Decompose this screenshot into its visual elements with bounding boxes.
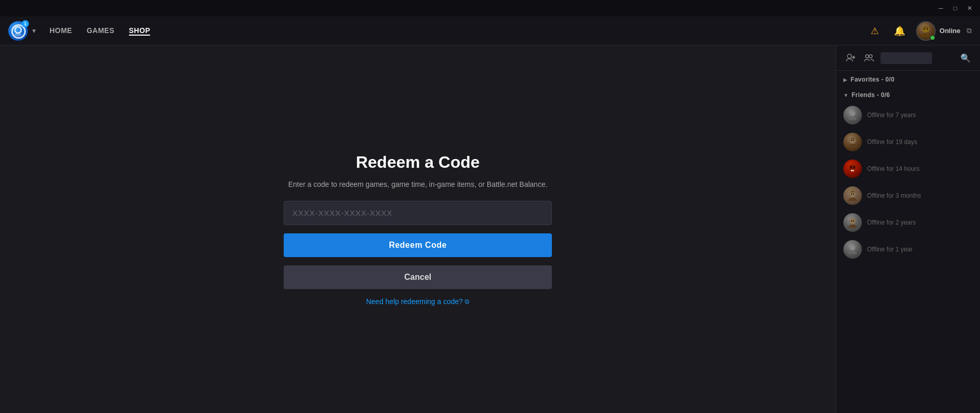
friends-section-header[interactable]: ▼ Friends - 0/6	[836, 86, 980, 102]
avatar	[843, 186, 862, 205]
list-item[interactable]: Offline for 3 months	[836, 182, 980, 209]
user-profile[interactable]: Online ⧉	[916, 21, 972, 41]
content-area: Redeem a Code Enter a code to redeem gam…	[0, 45, 836, 413]
svg-point-3	[923, 28, 925, 29]
friend-status: Offline for 14 hours	[867, 165, 920, 172]
svg-rect-18	[853, 170, 854, 171]
external-link-icon: ⧉	[967, 26, 972, 35]
svg-point-5	[847, 54, 852, 58]
list-item[interactable]: Offline for 2 years	[836, 209, 980, 236]
svg-point-25	[850, 245, 855, 250]
avatar	[843, 213, 862, 232]
friends-chevron-icon: ▼	[843, 92, 848, 98]
redeem-title: Redeem a Code	[356, 153, 480, 172]
maximize-button[interactable]: □	[949, 2, 961, 14]
svg-rect-17	[851, 170, 852, 171]
list-item[interactable]: Offline for 19 days	[836, 129, 980, 155]
avatar	[843, 240, 862, 259]
cancel-button[interactable]: Cancel	[284, 265, 552, 289]
svg-point-10	[850, 111, 855, 116]
friend-status: Offline for 1 year	[867, 246, 913, 253]
svg-point-20	[851, 194, 852, 195]
list-item[interactable]: Offline for 14 hours	[836, 155, 980, 182]
avatar	[843, 106, 862, 124]
avatar	[843, 133, 862, 151]
friend-status: Offline for 7 years	[867, 112, 916, 119]
nav-links: HOME GAMES SHOP	[50, 26, 867, 36]
svg-point-13	[853, 140, 854, 141]
nav-home[interactable]: HOME	[50, 26, 72, 36]
nav-shop[interactable]: SHOP	[129, 26, 151, 36]
sidebar-search-input[interactable]	[880, 52, 932, 64]
help-link[interactable]: Need help redeeming a code? ⧉	[366, 297, 470, 306]
svg-point-9	[869, 55, 872, 58]
svg-point-24	[853, 220, 854, 221]
svg-point-15	[850, 166, 852, 169]
minimize-button[interactable]: ─	[935, 2, 947, 14]
list-item[interactable]: Offline for 7 years	[836, 102, 980, 129]
sidebar-search-button[interactable]: 🔍	[958, 51, 973, 65]
svg-point-1	[14, 33, 22, 36]
user-status-label: Online	[940, 27, 960, 35]
add-friend-button[interactable]	[843, 51, 858, 65]
nav-right: ⚠ 🔔 Online ⧉	[867, 21, 972, 41]
svg-point-4	[926, 28, 928, 29]
redeem-button[interactable]: Redeem Code	[284, 233, 552, 257]
logo-chevron-icon: ▼	[31, 27, 37, 35]
notification-icon[interactable]: 🔔	[891, 23, 908, 39]
favorites-section-label: Favorites - 0/0	[851, 76, 894, 83]
list-item[interactable]: Offline for 1 year	[836, 236, 980, 263]
svg-point-0	[15, 27, 21, 33]
main-layout: Redeem a Code Enter a code to redeem gam…	[0, 45, 980, 413]
online-indicator	[930, 35, 935, 40]
nav-bar: 1 ▼ HOME GAMES SHOP ⚠ 🔔	[0, 17, 980, 45]
svg-point-12	[851, 140, 852, 141]
warning-icon[interactable]: ⚠	[867, 23, 883, 39]
title-bar: ─ □ ✕	[0, 0, 980, 17]
svg-point-22	[850, 218, 856, 224]
sidebar: 🔍 ▶ Favorites - 0/0 ▼ Friends - 0/6 Offl…	[836, 45, 980, 413]
code-input[interactable]	[284, 201, 552, 225]
nav-logo[interactable]: 1 ▼	[8, 21, 37, 41]
friend-status: Offline for 3 months	[867, 192, 921, 199]
favorites-section-header[interactable]: ▶ Favorites - 0/0	[836, 71, 980, 86]
sidebar-header: 🔍	[836, 45, 980, 71]
add-group-button[interactable]	[862, 51, 876, 65]
friend-status: Offline for 2 years	[867, 219, 916, 226]
notification-badge: 1	[22, 20, 29, 27]
avatar	[843, 160, 862, 178]
svg-point-8	[865, 55, 869, 58]
nav-games[interactable]: GAMES	[87, 26, 115, 36]
svg-point-23	[851, 220, 852, 221]
redeem-card: Redeem a Code Enter a code to redeem gam…	[284, 153, 552, 306]
friends-section-label: Friends - 0/6	[852, 91, 890, 99]
close-button[interactable]: ✕	[963, 2, 976, 14]
redeem-subtitle: Enter a code to redeem games, game time,…	[288, 180, 548, 188]
favorites-chevron-icon: ▶	[843, 77, 847, 83]
svg-point-21	[853, 194, 854, 195]
svg-point-16	[853, 166, 855, 169]
friend-status: Offline for 19 days	[867, 138, 917, 146]
